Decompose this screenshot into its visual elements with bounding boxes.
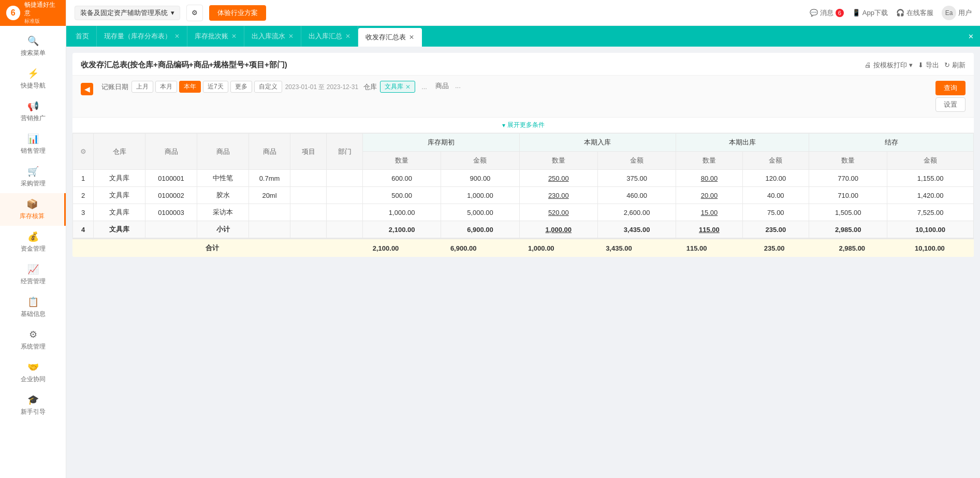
date-btn-本年[interactable]: 本年 — [179, 81, 201, 93]
quick-nav-icon: ⚡ — [27, 68, 39, 79]
app-logo: 6 畅捷通好生意 标准版 — [0, 0, 66, 26]
subtotal-dept — [327, 221, 363, 238]
expand-more-button[interactable]: ▾ 展开更多条件 — [502, 121, 545, 129]
app-download-button[interactable]: 📱 App下载 — [852, 8, 888, 18]
date-filter-label: 记账日期 — [101, 82, 128, 92]
warehouse-filter-label: 仓库 — [363, 82, 377, 92]
product-dots[interactable]: ... — [452, 81, 464, 91]
tabbar-close-button[interactable]: ✕ — [964, 31, 978, 42]
sidebar-item-purchase[interactable]: 🛒 采购管理 — [0, 161, 66, 193]
tab-close-stock-dist[interactable]: ✕ — [174, 33, 180, 40]
sidebar-item-newbie[interactable]: 🎓 新手引导 — [0, 389, 66, 422]
tab-close-inout-flow[interactable]: ✕ — [288, 33, 294, 40]
sidebar-item-enterprise[interactable]: 🤝 企业协同 — [0, 356, 66, 389]
row-in-qty[interactable]: 230.00 — [519, 187, 597, 204]
base-info-icon: 📋 — [27, 296, 39, 308]
col-spec-header: 商品 — [249, 134, 290, 170]
row-project — [290, 170, 327, 187]
refresh-label: 刷新 — [952, 61, 966, 70]
logo-badge: 标准版 — [24, 18, 60, 25]
row-code: 0100002 — [145, 187, 197, 204]
tab-inout-flow[interactable]: 出入库流水✕ — [244, 26, 301, 47]
try-industry-button[interactable]: 体验行业方案 — [209, 5, 266, 21]
row-open-amt: 1,000.00 — [441, 187, 519, 204]
row-spec — [249, 204, 290, 221]
tab-recv-send[interactable]: 收发存汇总表✕ — [358, 28, 422, 47]
chevron-down-icon: ▾ — [171, 9, 174, 17]
filter-toggle-button[interactable]: ◀ — [81, 83, 93, 95]
sidebar-item-system[interactable]: ⚙ 系统管理 — [0, 324, 66, 356]
tab-close-recv-send[interactable]: ✕ — [409, 34, 414, 41]
sidebar-item-quick-nav[interactable]: ⚡ 快捷导航 — [0, 63, 66, 95]
user-label: 用户 — [958, 8, 972, 18]
online-service-button[interactable]: 🎧 在线客服 — [896, 8, 933, 18]
col-bal-qty-header: 数量 — [809, 152, 887, 170]
table-container: ⚙ 仓库 商品 商品 商品 项目 部门 库存期初 本期入库 本期出库 结存 — [72, 133, 974, 238]
export-icon: ⬇ — [918, 61, 924, 69]
date-btn-自定义[interactable]: 自定义 — [254, 81, 282, 93]
export-button[interactable]: ⬇ 导出 — [918, 61, 939, 70]
tab-batch[interactable]: 库存批次账✕ — [187, 26, 244, 47]
table-settings-icon[interactable]: ⚙ — [80, 148, 86, 155]
subtotal-bal-amt: 10,100.00 — [887, 221, 974, 238]
row-no: 3 — [73, 204, 94, 221]
settings-button-filter[interactable]: 设置 — [935, 97, 966, 112]
date-btn-更多[interactable]: 更多 — [230, 81, 252, 93]
inventory-label: 库存核算 — [20, 212, 45, 221]
query-button[interactable]: 查询 — [935, 81, 966, 95]
col-settings[interactable]: ⚙ — [73, 134, 94, 170]
sidebar-item-finance[interactable]: 💰 资金管理 — [0, 226, 66, 258]
content-area: 收发存汇总表(按仓库+商品编码+商品+规格型号+项目+部门) 🖨 按模板打印 ▾… — [66, 47, 980, 478]
sidebar-item-operations[interactable]: 📈 经营管理 — [0, 258, 66, 291]
row-out-qty[interactable]: 20.00 — [676, 187, 742, 204]
sidebar-item-search[interactable]: 🔍 搜索菜单 — [0, 30, 66, 63]
row-dept — [327, 170, 363, 187]
sidebar-item-marketing[interactable]: 📢 营销推广 — [0, 95, 66, 128]
message-label: 消息 — [820, 8, 833, 18]
sidebar-item-sales[interactable]: 📊 销售管理 — [0, 128, 66, 161]
tab-close-batch[interactable]: ✕ — [231, 33, 237, 40]
date-btn-上月[interactable]: 上月 — [131, 81, 153, 93]
footer-open-amt: 6,900.00 — [425, 244, 502, 252]
sidebar-item-inventory[interactable]: 📦 库存核算 — [0, 193, 66, 226]
col-in-amt-header: 金额 — [597, 152, 676, 170]
row-in-qty[interactable]: 520.00 — [519, 204, 597, 221]
row-out-qty[interactable]: 80.00 — [676, 170, 742, 187]
warehouse-dots[interactable]: ... — [418, 82, 430, 92]
operations-icon: 📈 — [27, 264, 39, 275]
row-out-qty[interactable]: 15.00 — [676, 204, 742, 221]
date-btn-近7天[interactable]: 近7天 — [203, 81, 228, 93]
message-button[interactable]: 💬 消息 6 — [810, 8, 844, 18]
user-menu[interactable]: Ea 用户 — [942, 6, 972, 20]
tab-stock-dist[interactable]: 现存量（库存分布表）✕ — [97, 26, 187, 47]
tab-inout-summary[interactable]: 出入库汇总✕ — [301, 26, 358, 47]
headset-icon: 🎧 — [896, 9, 904, 17]
subtotal-row: 4 文具库 小计 2,100.00 6,900.00 1,000.00 3,43… — [73, 221, 974, 238]
expand-label: 展开更多条件 — [507, 121, 545, 129]
row-dept — [327, 187, 363, 204]
sidebar-item-base-info[interactable]: 📋 基础信息 — [0, 291, 66, 324]
system-name: 装备及固定资产辅助管理系统 — [80, 8, 168, 18]
tab-home[interactable]: 首页 — [68, 26, 97, 47]
system-select[interactable]: 装备及固定资产辅助管理系统 ▾ — [75, 6, 180, 20]
phone-icon: 📱 — [852, 9, 860, 17]
date-btn-本月[interactable]: 本月 — [155, 81, 177, 93]
data-table: ⚙ 仓库 商品 商品 商品 项目 部门 库存期初 本期入库 本期出库 结存 — [72, 133, 974, 238]
row-no: 2 — [73, 187, 94, 204]
footer-values: 2,100.00 6,900.00 1,000.00 3,435.00 115.… — [347, 244, 969, 252]
print-button[interactable]: 🖨 按模板打印 ▾ — [865, 61, 913, 70]
col-out-qty-header: 数量 — [676, 152, 742, 170]
warehouse-tag[interactable]: 文具库 ✕ — [380, 81, 415, 93]
row-in-amt: 460.00 — [597, 187, 676, 204]
row-in-qty[interactable]: 250.00 — [519, 170, 597, 187]
warehouse-tag-close[interactable]: ✕ — [405, 83, 411, 91]
subtotal-in-qty[interactable]: 1,000.00 — [519, 221, 597, 238]
refresh-button[interactable]: ↻ 刷新 — [944, 61, 966, 70]
tab-label-inout-summary: 出入库汇总 — [309, 32, 342, 41]
settings-button[interactable]: ⚙ — [186, 5, 203, 21]
table-footer: 合计 2,100.00 6,900.00 1,000.00 3,435.00 1… — [72, 238, 974, 257]
subtotal-out-qty[interactable]: 115.00 — [676, 221, 742, 238]
app-download-label: App下载 — [862, 8, 888, 18]
tab-close-inout-summary[interactable]: ✕ — [345, 33, 350, 40]
row-in-amt: 2,600.00 — [597, 204, 676, 221]
